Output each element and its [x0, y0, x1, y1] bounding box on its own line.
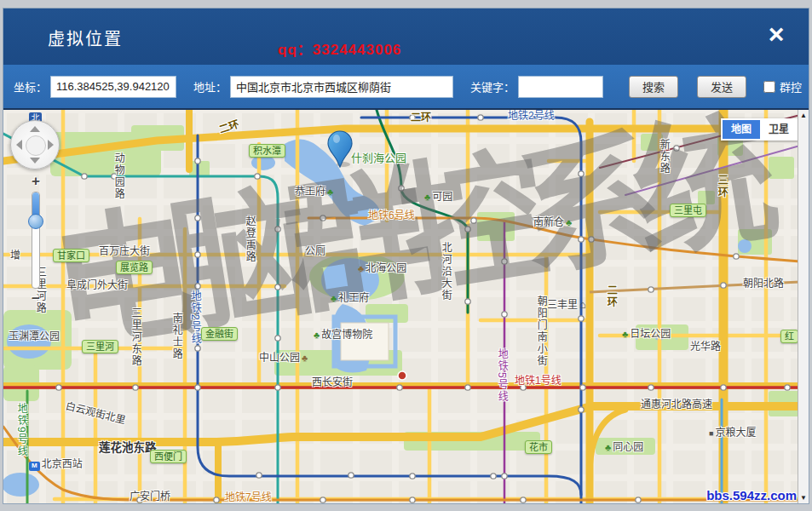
map-type-switch: 地图 卫星 — [721, 118, 799, 141]
keyword-label: 关键字： — [470, 78, 515, 95]
pan-right-icon[interactable] — [48, 140, 54, 150]
map-label: 朝阳北路 — [743, 278, 784, 290]
map-label: 百万庄大街 — [99, 246, 150, 257]
pav-icon: ♣ — [302, 353, 308, 363]
map-label: 三里河 — [82, 340, 118, 353]
map-label: 地铁6号线 — [368, 210, 415, 221]
map-label-text: 京粮大厦 — [715, 427, 756, 439]
zoom-in-button[interactable]: + — [27, 175, 44, 188]
pan-center-button[interactable] — [26, 135, 46, 156]
map-label: 三里河东路 — [130, 307, 141, 367]
map-vertical-scrollbar[interactable]: ▲ ▼ — [798, 110, 809, 503]
map-label-text: 三丰里 — [547, 299, 578, 311]
tree-icon: ♣ — [566, 217, 572, 227]
map-label: 白云观街北里 — [64, 400, 126, 426]
site-watermark: bbs.594zz.com — [706, 488, 797, 502]
map-label-text: 礼王府 — [338, 292, 369, 304]
map-label: 南礼士路 — [170, 313, 181, 360]
map-label: 地铁2号线 — [189, 290, 200, 346]
location-marker-icon[interactable] — [327, 130, 353, 168]
address-input[interactable] — [230, 76, 453, 98]
map-label: 阜成门外大街 — [66, 280, 128, 291]
map-label: 恭王府♣ — [295, 187, 335, 198]
map-label: 西便门 — [150, 450, 187, 463]
map-label: 地铁9号线 — [15, 403, 26, 458]
map-label: ♣北海公园 — [356, 263, 406, 274]
zoom-slider-track[interactable] — [32, 192, 40, 289]
qq-contact-text: qq：3324443006 — [278, 37, 401, 59]
pan-down-icon[interactable] — [30, 158, 40, 164]
map-label: 增 — [10, 250, 20, 261]
map-label-text: 日坛公园 — [630, 328, 671, 340]
pan-compass-control[interactable] — [10, 120, 60, 169]
scroll-down-icon[interactable]: ▼ — [798, 492, 809, 503]
map-label: 地铁7号线 — [225, 492, 272, 503]
map-label-text: 恭王府 — [295, 186, 325, 198]
tree-icon: ♣ — [327, 187, 333, 197]
map-label: 赵登禹路 — [244, 215, 255, 263]
address-label: 地址： — [193, 78, 227, 95]
map-label: ■京粮大厦 — [707, 428, 756, 439]
map-label: 金融街 — [201, 327, 238, 341]
map-label: 南新仓♣ — [533, 217, 573, 228]
group-control-option: 群控 — [763, 78, 802, 95]
map-label-text: 北海公园 — [366, 262, 406, 274]
train-icon: M — [29, 462, 40, 471]
titlebar: 虚拟位置 qq：3324443006 × — [3, 9, 809, 65]
zoom-out-button[interactable]: − — [27, 292, 44, 306]
map-label: 光华路 — [690, 342, 721, 353]
map-label: 地铁1号线 — [515, 376, 561, 387]
coord-input[interactable] — [50, 76, 176, 98]
zoom-control: + − — [27, 175, 44, 306]
map-label: ♣日坛公园 — [620, 329, 671, 340]
map-label: 中山公园♣ — [259, 353, 309, 364]
map-label: 公厕 — [305, 246, 325, 257]
page-title: 虚拟位置 — [48, 26, 123, 50]
map-label: 动物园路 — [112, 152, 124, 200]
pan-up-icon[interactable] — [30, 126, 40, 132]
map-label: ♣可园 — [423, 192, 452, 203]
map-label: ♣礼王府 — [329, 293, 369, 304]
map-label: 甘家口 — [53, 249, 89, 262]
keyword-input[interactable] — [518, 76, 603, 98]
map-label: 三环 — [716, 175, 727, 198]
scroll-up-icon[interactable]: ▲ — [798, 110, 809, 121]
toolbar: 坐标： 地址： 关键字： 搜索 发送 群控 — [3, 65, 809, 110]
map-label: ♣故宫博物院 — [312, 330, 372, 341]
group-control-label: 群控 — [780, 78, 802, 95]
map-label: 二环 — [218, 119, 241, 136]
pan-left-icon[interactable] — [16, 140, 22, 150]
search-button[interactable]: 搜索 — [629, 76, 678, 98]
close-icon[interactable]: × — [759, 17, 793, 51]
map-label: 二环 — [411, 112, 431, 123]
house-icon: ⌂ — [579, 299, 586, 311]
map-label: 莲花池东路 — [99, 442, 157, 455]
map-label: 三丰里⌂ — [547, 299, 588, 311]
map-label-text: 故宫博物院 — [321, 329, 372, 341]
map-area[interactable]: 电脑群控系统 动物园路二环二环地铁2号线积水潭什刹海公园恭王府♣♣可园新东路三里… — [3, 110, 809, 503]
map-label-text: 中山公园 — [259, 352, 300, 364]
map-label: 朝阳门南小街 — [535, 296, 546, 367]
tree-icon: ♣ — [605, 442, 611, 452]
map-label: 什刹海公园 — [351, 152, 406, 164]
virtual-location-window: 虚拟位置 qq：3324443006 × 坐标： 地址： 关键字： 搜索 发送 … — [3, 8, 809, 504]
map-label: 二环 — [605, 284, 616, 308]
pav-icon: ♣ — [358, 263, 364, 273]
map-label-text: 北京西站 — [42, 458, 83, 470]
zoom-slider-thumb[interactable] — [28, 214, 43, 229]
map-type-satellite-button[interactable]: 卫星 — [760, 120, 798, 139]
map-label: ♣同心园 — [603, 442, 643, 453]
group-control-checkbox[interactable] — [763, 81, 775, 93]
map-label-text: 南新仓 — [533, 216, 564, 228]
map-type-map-button[interactable]: 地图 — [723, 120, 760, 139]
map-label: 西长安街 — [312, 377, 353, 388]
map-label-text: 同心园 — [613, 441, 643, 453]
tree-icon: ♣ — [424, 192, 430, 202]
map-label: 展览路 — [116, 261, 153, 274]
building-icon: ■ — [709, 430, 713, 439]
send-button[interactable]: 发送 — [697, 76, 746, 98]
map-labels-layer: 动物园路二环二环地铁2号线积水潭什刹海公园恭王府♣♣可园新东路三里屯三环地铁6号… — [3, 110, 809, 503]
map-label-text: 可园 — [432, 191, 452, 203]
map-label: 北河沿大街 — [440, 242, 451, 301]
tree-icon: ♣ — [314, 330, 320, 340]
